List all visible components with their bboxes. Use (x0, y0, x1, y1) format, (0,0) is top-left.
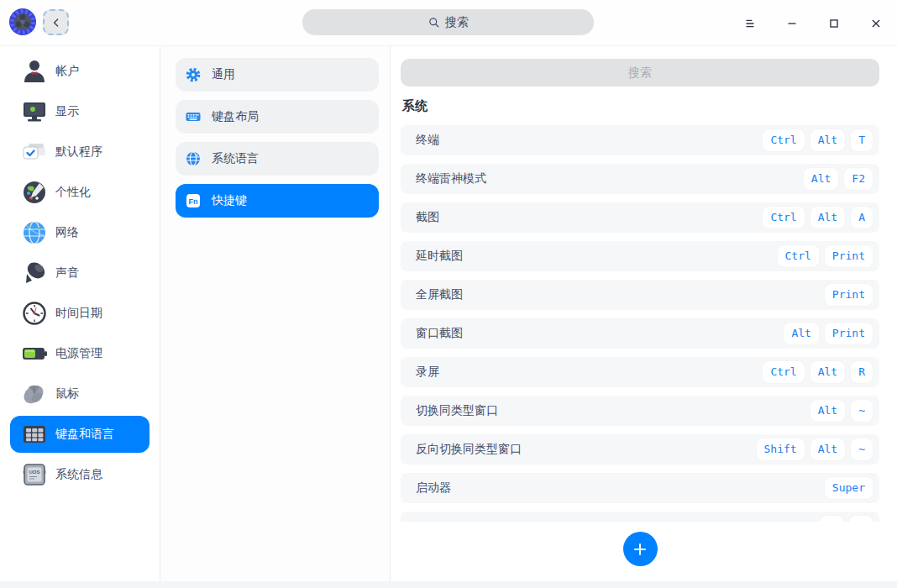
shortcut-row[interactable]: 终端雷神模式 AltF2 (401, 164, 879, 194)
sidebar-item-network[interactable]: 网络 (10, 213, 150, 253)
sidebar-item-system-info[interactable]: 系统信息 (10, 454, 150, 495)
display-icon (20, 97, 49, 126)
key-badge: A (851, 207, 873, 228)
subnav-item-language-globe[interactable]: 系统语言 (176, 142, 379, 176)
shortcut-label: 终端 (416, 133, 439, 148)
shortcut-keys: Print (825, 284, 873, 306)
sidebar-item-label: 鼠标 (55, 386, 79, 402)
add-shortcut-button[interactable] (623, 532, 658, 566)
shortcut-keys: CtrlAltA (763, 207, 873, 228)
subnav: 通用 键盘布局 系统语言 快捷键 (160, 46, 391, 588)
sidebar-item-sound[interactable]: 声音 (10, 253, 150, 293)
sidebar: 帐户 显示 默认程序 个性化 网络 声音 时间日期 电源管理 鼠标 键盘和语言 … (0, 46, 160, 588)
subnav-item-gear[interactable]: 通用 (176, 58, 379, 92)
shortcut-keys: AltPrint (784, 323, 873, 344)
menu-icon (742, 16, 758, 31)
key-badge (849, 516, 873, 522)
sidebar-item-user[interactable]: 帐户 (10, 51, 150, 92)
sidebar-item-display[interactable]: 显示 (10, 92, 150, 132)
sidebar-item-label: 帐户 (55, 64, 79, 79)
sidebar-item-label: 系统信息 (55, 467, 102, 482)
shortcut-row[interactable]: 延时截图 CtrlPrint (401, 241, 879, 271)
key-badge (820, 516, 843, 522)
key-badge: T (851, 129, 873, 151)
shortcut-row[interactable]: 启动器 Super (401, 473, 879, 503)
search-icon (428, 16, 440, 29)
system-info-icon (20, 460, 49, 489)
default-apps-icon (20, 138, 49, 166)
shortcut-row[interactable]: 终端 CtrlAltT (401, 125, 879, 155)
shortcut-label: 终端雷神模式 (416, 171, 486, 186)
subnav-item-keyboard-layout[interactable]: 键盘布局 (176, 100, 379, 134)
shortcut-row[interactable] (401, 512, 879, 522)
subnav-item-label: 系统语言 (212, 151, 259, 166)
key-badge: Print (825, 284, 873, 306)
key-badge: ~ (851, 400, 873, 422)
sidebar-item-personalization[interactable]: 个性化 (10, 172, 150, 213)
sound-icon (20, 259, 49, 287)
maximize-button[interactable] (825, 14, 843, 33)
personalization-icon (20, 178, 49, 207)
shortcut-row[interactable]: 反向切换同类型窗口 ShiftAlt~ (401, 434, 879, 465)
body: 帐户 显示 默认程序 个性化 网络 声音 时间日期 电源管理 鼠标 键盘和语言 … (0, 46, 897, 588)
key-badge: Ctrl (778, 245, 819, 267)
shortcut-label: 全屏截图 (416, 287, 463, 302)
shortcut-search-input[interactable]: 搜索 (401, 59, 879, 87)
shortcut-row[interactable]: 录屏 CtrlAltR (401, 357, 879, 387)
shortcut-row[interactable]: 切换同类型窗口 Alt~ (401, 396, 879, 426)
subnav-item-fn[interactable]: 快捷键 (176, 184, 379, 218)
language-globe-icon (185, 150, 202, 167)
fn-icon (185, 192, 202, 209)
shortcut-label: 切换同类型窗口 (416, 403, 498, 418)
minimize-icon (784, 16, 800, 31)
shortcut-keys: CtrlAltT (763, 129, 873, 151)
user-icon (20, 57, 49, 86)
sidebar-item-label: 键盘和语言 (55, 427, 114, 442)
shortcut-label: 截图 (416, 210, 439, 225)
back-button[interactable] (43, 9, 69, 35)
key-badge: Shift (757, 438, 805, 460)
maximize-icon (826, 16, 842, 31)
close-button[interactable] (867, 14, 885, 33)
key-badge: R (851, 361, 873, 383)
shortcut-row[interactable]: 窗口截图 AltPrint (401, 318, 879, 349)
sidebar-item-datetime[interactable]: 时间日期 (10, 293, 150, 333)
shortcut-keys: CtrlPrint (778, 245, 873, 267)
window-controls (741, 0, 885, 46)
shortcut-label: 录屏 (416, 365, 439, 380)
sidebar-item-power[interactable]: 电源管理 (10, 333, 150, 374)
shortcut-row[interactable]: 全屏截图 Print (401, 280, 879, 310)
power-icon (20, 339, 49, 368)
footer (401, 532, 879, 566)
titlebar-search-placeholder: 搜索 (445, 15, 469, 30)
network-icon (20, 218, 49, 247)
sidebar-item-mouse[interactable]: 鼠标 (10, 374, 150, 414)
mouse-icon (20, 380, 49, 408)
subnav-item-label: 通用 (212, 67, 235, 82)
subnav-item-label: 键盘布局 (212, 109, 259, 124)
menu-button[interactable] (741, 14, 759, 33)
key-badge: Print (825, 323, 873, 344)
key-badge: Alt (810, 129, 845, 151)
key-badge: Ctrl (763, 361, 804, 383)
shortcut-keys (820, 516, 873, 522)
sidebar-item-label: 电源管理 (55, 346, 102, 361)
back-icon (50, 16, 63, 29)
close-icon (868, 16, 884, 31)
sidebar-item-label: 声音 (55, 265, 79, 281)
control-center-icon (8, 8, 37, 36)
shortcut-keys: Super (825, 477, 873, 499)
datetime-icon (20, 299, 49, 328)
sidebar-item-label: 默认程序 (55, 144, 102, 160)
titlebar-search-input[interactable]: 搜索 (302, 9, 594, 35)
sidebar-item-default-apps[interactable]: 默认程序 (10, 132, 150, 172)
shortcut-label: 启动器 (416, 480, 451, 496)
key-badge: Alt (810, 361, 845, 383)
shortcut-row[interactable]: 截图 CtrlAltA (401, 202, 879, 233)
shortcut-label: 窗口截图 (416, 326, 463, 341)
shortcut-list: 终端 CtrlAltT 终端雷神模式 AltF2 截图 CtrlAltA 延时截… (401, 125, 879, 522)
minimize-button[interactable] (783, 14, 801, 33)
key-badge: Alt (810, 438, 845, 460)
sidebar-item-keyboard[interactable]: 键盘和语言 (10, 416, 150, 453)
key-badge: ~ (851, 438, 873, 460)
